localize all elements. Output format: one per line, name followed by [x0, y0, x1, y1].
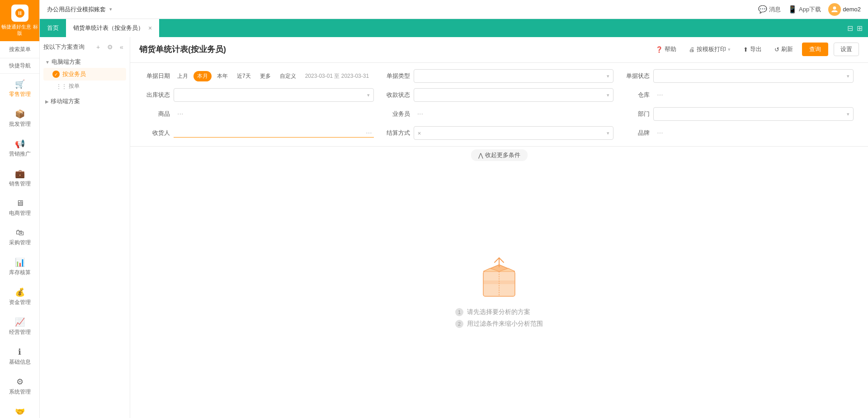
print-dropdown-icon[interactable]: ▾ [728, 47, 731, 52]
sidebar-item-system[interactable]: ⚙ 系统管理 [0, 371, 39, 401]
filter-salesman-label: 业务员 [385, 110, 410, 118]
user-action[interactable]: demo2 [828, 3, 861, 16]
minimize-icon[interactable]: ⊟ [847, 24, 853, 33]
message-action[interactable]: 💬 消息 [758, 5, 781, 14]
svg-rect-3 [483, 280, 515, 284]
filter-goods-dots[interactable]: ··· [177, 110, 183, 118]
filter-warehouse-control[interactable]: ··· [653, 88, 854, 102]
sales-icon: 💼 [15, 169, 25, 179]
help-button[interactable]: ❓ 帮助 [652, 43, 680, 55]
help-icon: ❓ [656, 46, 663, 53]
filter-brand-dots[interactable]: ··· [657, 129, 663, 137]
collapse-chevron-icon: ⋀ [478, 152, 483, 159]
query-button[interactable]: 查询 [802, 43, 828, 56]
date-this-year-btn[interactable]: 本年 [213, 71, 231, 81]
collapse-bar: ⋀ 收起更多条件 [130, 147, 868, 166]
filter-goods-control[interactable]: ··· [174, 107, 374, 121]
filter-receipt-status-down: ▾ [607, 92, 609, 98]
tab-home[interactable]: 首页 [40, 19, 66, 37]
inventory-icon: 📊 [15, 257, 25, 267]
sidebar-item-retail[interactable]: 🛒 零售管理 [0, 74, 39, 104]
page-header-top: 销货单统计表(按业务员) ❓ 帮助 🖨 按模板打印 ▾ ⬆ [139, 43, 859, 56]
sidebar-item-basic-label: 基础信息 [9, 358, 31, 366]
filter-doc-type-control[interactable]: ▾ [414, 69, 614, 83]
print-button[interactable]: 🖨 按模板打印 ▾ [685, 43, 734, 55]
scheme-group-mobile: ▶ 移动端方案 [43, 95, 126, 107]
svg-point-0 [833, 6, 836, 10]
sidebar-item-wholesale[interactable]: 📦 批发管理 [0, 104, 39, 133]
sidebar-item-operation[interactable]: 📈 经营管理 [0, 312, 39, 342]
date-more-btn[interactable]: 更多 [256, 71, 274, 81]
filter-warehouse-dots[interactable]: ··· [657, 91, 663, 99]
filter-consignee-dots[interactable]: ··· [366, 129, 372, 137]
settings-button[interactable]: 设置 [834, 43, 859, 56]
left-panel-title: 按以下方案查询 [43, 43, 85, 51]
date-7days-btn[interactable]: 近7天 [233, 71, 255, 81]
maximize-icon[interactable]: ⊞ [857, 24, 863, 33]
sidebar-item-operation-label: 经营管理 [9, 328, 31, 336]
filter-payment-down: ▾ [607, 130, 609, 136]
add-scheme-button[interactable]: + [94, 43, 103, 52]
tab-close-icon[interactable]: × [148, 24, 152, 32]
filter-payment-control[interactable]: × ▾ [414, 126, 614, 140]
app-download-action[interactable]: 📱 App下载 [788, 5, 821, 14]
sidebar-item-finance[interactable]: 💰 资金管理 [0, 282, 39, 312]
header-right: 💬 消息 📱 App下载 demo2 [758, 3, 861, 16]
sidebar-logo[interactable]: 畅捷通好生意 标版 [0, 0, 39, 41]
filter-brand-item: 品牌 ··· [619, 126, 859, 140]
filter-brand-control[interactable]: ··· [653, 126, 854, 140]
scheme-group-pc-header[interactable]: ▼ 电脑端方案 [43, 56, 126, 68]
filter-out-status-control[interactable]: ▾ [174, 88, 374, 102]
date-range-text: 2023-03-01 至 2023-03-31 [305, 72, 369, 80]
filter-doc-status-label: 单据状态 [624, 72, 650, 80]
sidebar-item-marketing[interactable]: 📢 营销推广 [0, 133, 39, 163]
filter-payment-x[interactable]: × [418, 130, 421, 137]
scheme-group-mobile-header[interactable]: ▶ 移动端方案 [43, 95, 126, 107]
sidebar-item-basic[interactable]: ℹ 基础信息 [0, 342, 39, 371]
sidebar-item-ecom[interactable]: 🖥 电商管理 [0, 193, 39, 223]
filter-consignee-control[interactable]: ··· [174, 129, 374, 138]
quick-nav-item[interactable]: 快捷导航 [0, 58, 39, 74]
system-icon: ⚙ [16, 377, 24, 387]
scheme-sub-order[interactable]: ⋮⋮ 按单 [43, 81, 126, 92]
sidebar-item-collab[interactable]: 🤝 企业协同 [0, 401, 39, 418]
filter-receipt-status-control[interactable]: ▾ [414, 88, 614, 102]
filter-salesman-control[interactable]: ··· [414, 107, 614, 121]
filter-doc-status-control[interactable]: ▾ [653, 69, 854, 83]
filter-dept-control[interactable]: ▾ [653, 107, 854, 121]
consignee-input[interactable] [175, 129, 366, 136]
date-last-month-btn[interactable]: 上月 [174, 71, 192, 81]
sidebar-item-system-label: 系统管理 [9, 388, 31, 396]
refresh-button[interactable]: ↺ 刷新 [771, 43, 797, 55]
scheme-collapse-button[interactable]: « [117, 43, 126, 52]
filter-warehouse-label: 仓库 [624, 91, 650, 99]
date-custom-btn[interactable]: 自定义 [276, 71, 300, 81]
tab-active[interactable]: 销货单统计表（按业务员） × [66, 19, 159, 37]
sidebar-item-inventory[interactable]: 📊 库存核算 [0, 252, 39, 282]
scheme-settings-button[interactable]: ⚙ [105, 43, 114, 52]
scheme-item-salesman[interactable]: ✓ 按业务员 [43, 68, 126, 81]
filter-consignee-label: 收货人 [145, 129, 170, 137]
page-header: 销货单统计表(按业务员) ❓ 帮助 🖨 按模板打印 ▾ ⬆ [130, 37, 868, 63]
filter-out-status-down: ▾ [367, 92, 370, 98]
export-button[interactable]: ⬆ 导出 [740, 43, 765, 55]
retail-icon: 🛒 [15, 79, 25, 89]
search-menu-item[interactable]: 搜索菜单 [0, 41, 39, 58]
sidebar-item-sales[interactable]: 💼 销售管理 [0, 163, 39, 193]
scheme-sub-order-label: 按单 [69, 82, 80, 90]
collapse-button[interactable]: ⋀ 收起更多条件 [471, 149, 528, 161]
scheme-group-pc: ▼ 电脑端方案 ✓ 按业务员 ⋮⋮ 按单 [43, 56, 126, 92]
left-panel-actions: + ⚙ « [94, 43, 126, 52]
header-dropdown-icon[interactable]: ▾ [109, 6, 112, 12]
date-this-month-btn[interactable]: 本月 [193, 71, 212, 81]
marketing-icon: 📢 [15, 139, 25, 149]
filter-salesman-dots[interactable]: ··· [417, 110, 423, 118]
sidebar-item-wholesale-label: 批发管理 [9, 120, 31, 128]
filter-payment-label: 结算方式 [385, 129, 410, 137]
filter-out-status-label: 出库状态 [145, 91, 170, 99]
help-label: 帮助 [665, 45, 676, 53]
sidebar-item-marketing-label: 营销推广 [9, 150, 31, 158]
sidebar-item-purchase[interactable]: 🛍 采购管理 [0, 223, 39, 252]
empty-tip-2: 2 用过滤条件来缩小分析范围 [455, 320, 543, 328]
export-icon: ⬆ [743, 46, 748, 53]
